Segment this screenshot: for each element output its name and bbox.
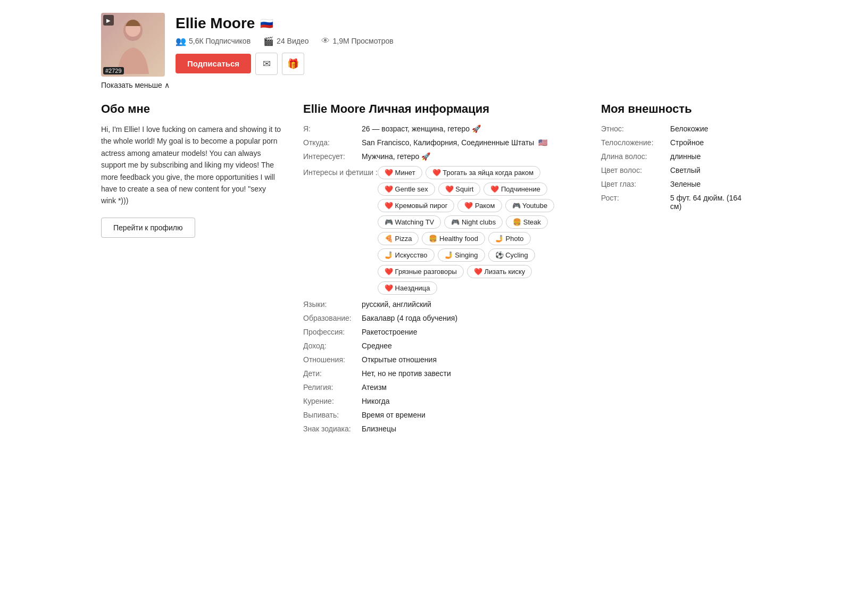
tag-item: 🍕 Pizza bbox=[378, 232, 419, 245]
go-to-profile-button[interactable]: Перейти к профилю bbox=[101, 218, 195, 238]
info-row-value: Время от времени bbox=[362, 411, 580, 419]
appearance-row: Цвет волос:Светлый bbox=[601, 166, 750, 174]
profile-header: #2729 ▶ Ellie Moore 🇷🇺 👥 5,6К Подписчико… bbox=[101, 13, 750, 77]
videos-count: 24 Видео bbox=[277, 37, 308, 45]
appear-row-label: Рост: bbox=[601, 194, 670, 211]
appearance-row: Телосложение:Стройное bbox=[601, 138, 750, 147]
ya-value: 26 — возраст, женщина, гетеро 🚀 bbox=[362, 124, 580, 133]
appear-row-label: Длина волос: bbox=[601, 152, 670, 161]
info-row-label: Знак зодиака: bbox=[303, 424, 362, 433]
gift-button[interactable]: 🎁 bbox=[282, 53, 304, 75]
appear-row-label: Цвет волос: bbox=[601, 166, 670, 174]
country-flag: 🇷🇺 bbox=[260, 17, 273, 30]
info-row: Отношения:Открытые отношения bbox=[303, 355, 580, 364]
interests-label: Интересы и фетиши : bbox=[303, 166, 378, 177]
about-title: Обо мне bbox=[101, 102, 282, 116]
tag-item: 🎮 Night clubs bbox=[444, 215, 503, 229]
name-row: Ellie Moore 🇷🇺 bbox=[176, 15, 750, 32]
interesuet-label: Интересует: bbox=[303, 152, 362, 161]
info-row-label: Курение: bbox=[303, 397, 362, 405]
info-row-value: Среднее bbox=[362, 342, 580, 350]
info-row-label: Религия: bbox=[303, 383, 362, 392]
appearance-title: Моя внешность bbox=[601, 102, 750, 116]
interesuet-value: Мужчина, гетеро 🚀 bbox=[362, 152, 580, 161]
info-row-label: Профессия: bbox=[303, 328, 362, 336]
appear-row-label: Цвет глаз: bbox=[601, 180, 670, 188]
stats-row: 👥 5,6К Подписчиков 🎬 24 Видео 👁 1,9М Про… bbox=[176, 36, 750, 46]
otkuda-label: Откуда: bbox=[303, 138, 362, 147]
info-row-value: Атеизм bbox=[362, 383, 580, 392]
tag-item: ❤️ Трогать за яйца когда раком bbox=[426, 166, 541, 179]
subscribers-icon: 👥 bbox=[176, 36, 186, 46]
avatar-play-icon[interactable]: ▶ bbox=[103, 15, 114, 26]
subscribers-count: 5,6К Подписчиков bbox=[189, 37, 251, 45]
info-row: Дети:Нет, но не против завести bbox=[303, 369, 580, 378]
appearance-section: Моя внешность Этнос:БелокожиеТелосложени… bbox=[601, 102, 750, 438]
tag-item: ❤️ Gentle sex bbox=[378, 182, 435, 196]
ya-label: Я: bbox=[303, 124, 362, 133]
appearance-row: Длина волос:длинные bbox=[601, 152, 750, 161]
appearance-rows: Этнос:БелокожиеТелосложение:СтройноеДлин… bbox=[601, 124, 750, 211]
tag-item: ❤️ Кремовый пирог bbox=[378, 199, 454, 212]
info-row: Курение:Никогда bbox=[303, 397, 580, 405]
appear-row-value: Светлый bbox=[670, 166, 700, 174]
tag-item: 🍔 Steak bbox=[506, 215, 548, 229]
info-row: Выпивать:Время от времени bbox=[303, 411, 580, 419]
interests-row: Интересы и фетиши : ❤️ Минет❤️ Трогать з… bbox=[303, 166, 580, 295]
info-row: Знак зодиака:Близнецы bbox=[303, 424, 580, 433]
info-row: Профессия:Ракетостроение bbox=[303, 328, 580, 336]
info-row: Языки:русский, английский bbox=[303, 300, 580, 309]
appear-row-value: длинные bbox=[670, 152, 700, 161]
info-row-value: русский, английский bbox=[362, 300, 580, 309]
info-row-value: Нет, но не против завести bbox=[362, 369, 580, 378]
interesuet-row: Интересует: Мужчина, гетеро 🚀 bbox=[303, 152, 580, 161]
chevron-up-icon: ∧ bbox=[164, 81, 170, 89]
tag-item: 🎮 Watching TV bbox=[378, 215, 441, 229]
actions-row: Подписаться ✉ 🎁 bbox=[176, 53, 750, 75]
info-row-value: Бакалавр (4 года обучения) bbox=[362, 314, 580, 322]
appear-row-label: Телосложение: bbox=[601, 138, 670, 147]
about-section: Обо мне Hi, I'm Ellie! I love fucking on… bbox=[101, 102, 282, 438]
tag-item: 🤳 Photo bbox=[488, 232, 531, 245]
info-row-label: Выпивать: bbox=[303, 411, 362, 419]
videos-stat: 🎬 24 Видео bbox=[263, 36, 308, 46]
subscribers-stat: 👥 5,6К Подписчиков bbox=[176, 36, 251, 46]
message-button[interactable]: ✉ bbox=[255, 53, 278, 75]
appearance-row: Этнос:Белокожие bbox=[601, 124, 750, 133]
info-row: Доход:Среднее bbox=[303, 342, 580, 350]
videos-icon: 🎬 bbox=[263, 36, 274, 46]
info-row-label: Языки: bbox=[303, 300, 362, 309]
tag-item: ⚽ Cycling bbox=[488, 248, 535, 262]
appear-row-value: Зеленые bbox=[670, 180, 700, 188]
info-row-label: Образование: bbox=[303, 314, 362, 322]
info-row-value: Ракетостроение bbox=[362, 328, 580, 336]
profile-name: Ellie Moore bbox=[176, 15, 255, 32]
tag-item: ❤️ Грязные разговоры bbox=[378, 265, 464, 278]
info-row-value: Близнецы bbox=[362, 424, 580, 433]
tag-item: ❤️ Подчинение bbox=[483, 182, 547, 196]
otkuda-value: San Francisco, Калифорния, Соединенные Ш… bbox=[362, 138, 580, 147]
about-text: Hi, I'm Ellie! I love fucking on camera … bbox=[101, 123, 282, 207]
info-row-value: Никогда bbox=[362, 397, 580, 405]
show-less-button[interactable]: Показать меньше ∧ bbox=[101, 81, 750, 89]
views-count: 1,9М Просмотров bbox=[332, 37, 393, 45]
info-row: Религия:Атеизм bbox=[303, 383, 580, 392]
info-row-label: Отношения: bbox=[303, 355, 362, 364]
tag-item: ❤️ Squirt bbox=[438, 182, 481, 196]
appearance-row: Рост:5 фут. 64 дюйм. (164 см) bbox=[601, 194, 750, 211]
tag-item: 🤳 Искусство bbox=[378, 248, 435, 262]
info-row-value: Открытые отношения bbox=[362, 355, 580, 364]
tag-item: 🤳 Singing bbox=[438, 248, 485, 262]
tag-item: ❤️ Раком bbox=[457, 199, 502, 212]
appear-row-label: Этнос: bbox=[601, 124, 670, 133]
profile-info: Ellie Moore 🇷🇺 👥 5,6К Подписчиков 🎬 24 В… bbox=[176, 15, 750, 75]
info-rows: Языки:русский, английскийОбразование:Бак… bbox=[303, 300, 580, 433]
avatar-badge: #2729 bbox=[103, 67, 124, 74]
personal-title: Ellie Moore Личная информация bbox=[303, 102, 580, 116]
info-row-label: Дети: bbox=[303, 369, 362, 378]
ya-row: Я: 26 — возраст, женщина, гетеро 🚀 bbox=[303, 124, 580, 133]
main-content: Обо мне Hi, I'm Ellie! I love fucking on… bbox=[101, 102, 750, 438]
views-icon: 👁 bbox=[321, 36, 330, 46]
avatar: #2729 ▶ bbox=[101, 13, 165, 77]
subscribe-button[interactable]: Подписаться bbox=[176, 54, 251, 73]
